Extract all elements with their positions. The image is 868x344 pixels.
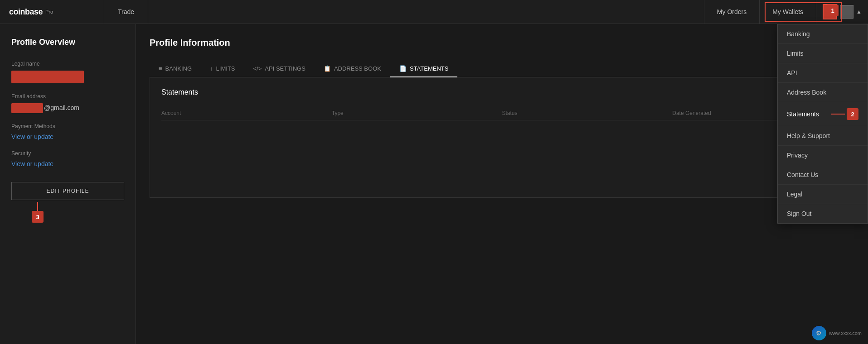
arrow-stem [37, 202, 38, 211]
arrow-line [831, 114, 845, 115]
limits-icon: ↑ [210, 65, 213, 72]
dropdown-address-book[interactable]: Address Book [778, 83, 868, 102]
user-menu-button[interactable]: ▲ [816, 0, 868, 24]
email-label: Email address [11, 93, 124, 100]
address-book-icon: 📋 [324, 65, 331, 72]
dropdown-contact-us[interactable]: Contact Us [778, 165, 868, 185]
main-layout: Profile Overview Legal name Email addres… [0, 24, 868, 344]
edit-profile-button[interactable]: EDIT PROFILE [11, 182, 124, 200]
annotation-1: 1 [827, 5, 839, 16]
dropdown-help-support[interactable]: Help & Support [778, 126, 868, 146]
statements-title: Statements [161, 88, 198, 96]
tab-limits[interactable]: ↑ LIMITS [201, 61, 244, 77]
avatar[interactable] [840, 5, 853, 19]
top-nav: coinbase Pro Trade My Orders My Wallets … [0, 0, 868, 24]
annotation-3: 3 [32, 211, 44, 223]
main-content: Profile Information ≡ BANKING ↑ LIMITS <… [136, 24, 868, 344]
payment-methods-link[interactable]: View or update [11, 133, 124, 140]
tab-address-book[interactable]: 📋 ADDRESS BOOK [315, 61, 390, 77]
page-title: Profile Information [150, 38, 854, 48]
annotation-2-container: 2 [831, 108, 858, 120]
nav-my-wallets[interactable]: My Wallets [759, 0, 816, 24]
sidebar-title: Profile Overview [11, 38, 124, 47]
nav-my-orders[interactable]: My Orders [704, 0, 759, 24]
watermark-icon: ⚙ [812, 326, 826, 340]
statements-header: Statements ALL [161, 86, 843, 98]
chevron-down-icon: ▲ [856, 9, 862, 15]
dropdown-api[interactable]: API [778, 63, 868, 83]
nav-right: My Orders My Wallets ▲ [704, 0, 868, 24]
tab-statements-label: STATEMENTS [410, 65, 448, 72]
email-value: @gmail.com [11, 103, 124, 113]
col-type: Type [332, 110, 502, 116]
dropdown-banking[interactable]: Banking [778, 24, 868, 44]
payment-methods-label: Payment Methods [11, 123, 124, 129]
nav-trade-link[interactable]: Trade [104, 0, 148, 24]
col-account: Account [161, 110, 332, 116]
dropdown-statements[interactable]: Statements 2 [778, 102, 868, 126]
security-link[interactable]: View or update [11, 160, 124, 167]
dropdown-privacy[interactable]: Privacy [778, 146, 868, 165]
banking-icon: ≡ [159, 65, 162, 72]
tab-banking-label: BANKING [165, 65, 192, 72]
table-header: Account Type Status Date Generated [161, 106, 843, 120]
tab-limits-label: LIMITS [216, 65, 235, 72]
tabs-row: ≡ BANKING ↑ LIMITS </> API SETTINGS 📋 AD… [150, 61, 854, 77]
security-label: Security [11, 150, 124, 157]
dropdown-sign-out[interactable]: Sign Out [778, 204, 868, 223]
logo-area: coinbase Pro [0, 0, 104, 24]
tab-banking[interactable]: ≡ BANKING [150, 61, 201, 77]
dropdown-limits[interactable]: Limits [778, 44, 868, 63]
table-body [161, 120, 843, 188]
dropdown-statements-label: Statements [787, 110, 819, 118]
email-redacted [11, 103, 43, 113]
dropdown-menu: Banking Limits API Address Book Statemen… [777, 24, 868, 224]
legal-name-label: Legal name [11, 61, 124, 67]
annotation-3-container: 3 [32, 202, 44, 223]
dropdown-legal[interactable]: Legal [778, 185, 868, 204]
col-status: Status [502, 110, 673, 116]
logo-text: coinbase [9, 7, 43, 17]
tab-address-book-label: ADDRESS BOOK [334, 65, 381, 72]
legal-name-value [11, 71, 84, 83]
statements-icon: 📄 [399, 65, 407, 72]
sidebar: Profile Overview Legal name Email addres… [0, 24, 136, 344]
watermark-text: www.xxxx.com [829, 330, 862, 336]
statements-section: Statements ALL Account Type Status Date … [150, 77, 854, 198]
watermark: ⚙ www.xxxx.com [812, 326, 862, 340]
tab-statements[interactable]: 📄 STATEMENTS [390, 61, 457, 77]
logo-pro: Pro [45, 9, 53, 14]
tab-api-label: API SETTINGS [265, 65, 305, 72]
tab-api-settings[interactable]: </> API SETTINGS [244, 61, 315, 77]
annotation-2: 2 [847, 108, 858, 120]
api-icon: </> [253, 65, 262, 72]
